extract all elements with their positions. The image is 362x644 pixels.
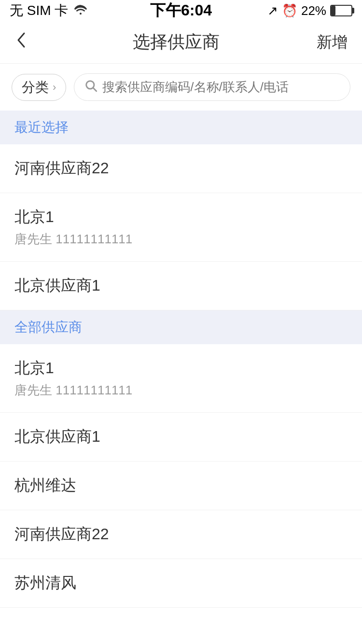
svg-line-1	[94, 88, 97, 91]
status-bar: 无 SIM 卡 下午6:04 ↗ ⏰ 22%	[0, 0, 362, 21]
category-button[interactable]: 分类 ›	[12, 74, 66, 101]
item-name: 河南供应商22	[14, 524, 348, 545]
battery-text: 22%	[301, 3, 326, 18]
category-label: 分类	[22, 78, 49, 97]
all-section-header: 全部供应商	[0, 310, 362, 344]
search-box	[74, 73, 350, 101]
search-icon	[84, 79, 97, 96]
chevron-right-icon: ›	[53, 81, 56, 94]
list-item[interactable]: 北京1唐先生 11111111111	[0, 193, 362, 262]
item-name: 北京1	[14, 207, 348, 228]
nav-bar: 选择供应商 新增	[0, 21, 362, 64]
list-item[interactable]: 北京1唐先生 11111111111	[0, 344, 362, 413]
item-name: 北京1	[14, 358, 348, 379]
item-sub: 唐先生 11111111111	[14, 231, 348, 248]
all-list: 北京1唐先生 11111111111北京供应商1杭州维达河南供应商22苏州清风	[0, 344, 362, 608]
filter-bar: 分类 ›	[0, 64, 362, 111]
carrier-text: 无 SIM 卡	[10, 1, 68, 20]
recent-section-header: 最近选择	[0, 111, 362, 144]
list-item[interactable]: 河南供应商22	[0, 510, 362, 559]
location-icon: ↗	[267, 3, 278, 18]
search-input[interactable]	[102, 80, 340, 95]
recent-list: 河南供应商22北京1唐先生 11111111111北京供应商1	[0, 144, 362, 310]
alarm-icon: ⏰	[282, 3, 297, 18]
item-name: 苏州清风	[14, 573, 348, 594]
battery-icon	[330, 5, 352, 16]
item-sub: 唐先生 11111111111	[14, 382, 348, 399]
add-button[interactable]: 新增	[309, 32, 348, 53]
status-time: 下午6:04	[150, 0, 212, 21]
item-name: 北京供应商1	[14, 275, 348, 296]
page-title: 选择供应商	[43, 30, 309, 54]
all-section-label: 全部供应商	[14, 320, 82, 335]
status-right: ↗ ⏰ 22%	[267, 3, 352, 18]
list-item[interactable]: 河南供应商22	[0, 144, 362, 193]
list-item[interactable]: 苏州清风	[0, 559, 362, 608]
recent-section-label: 最近选择	[14, 120, 69, 135]
item-name: 北京供应商1	[14, 426, 348, 448]
list-item[interactable]: 北京供应商1	[0, 413, 362, 462]
item-name: 杭州维达	[14, 475, 348, 496]
back-button[interactable]	[14, 29, 43, 55]
list-item[interactable]: 北京供应商1	[0, 262, 362, 310]
wifi-icon	[73, 3, 88, 18]
status-left: 无 SIM 卡	[10, 1, 88, 20]
list-item[interactable]: 杭州维达	[0, 462, 362, 510]
item-name: 河南供应商22	[14, 158, 348, 179]
